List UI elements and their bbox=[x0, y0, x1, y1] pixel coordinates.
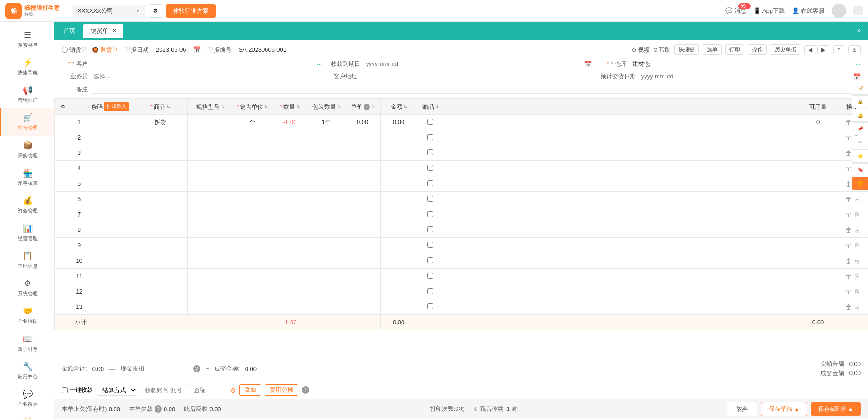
app-download-link[interactable]: 📱 App下载 bbox=[753, 7, 785, 15]
cell-gift[interactable] bbox=[417, 299, 444, 315]
discard-button[interactable]: 放弃 bbox=[727, 402, 757, 416]
cell-pkg-qty[interactable] bbox=[308, 253, 344, 269]
amount-input[interactable] bbox=[190, 385, 226, 395]
cell-barcode[interactable] bbox=[87, 207, 133, 222]
copy-row-icon[interactable]: ⎘ bbox=[855, 196, 858, 203]
cell-spec[interactable] bbox=[188, 269, 233, 284]
cell-price[interactable] bbox=[344, 238, 381, 253]
cell-gift[interactable] bbox=[417, 269, 444, 284]
remark-input[interactable] bbox=[91, 85, 861, 94]
cell-amount[interactable] bbox=[381, 176, 417, 192]
delete-row-icon[interactable]: 🗑 bbox=[845, 242, 852, 249]
cell-pkg-qty[interactable] bbox=[308, 222, 344, 238]
cell-gift[interactable] bbox=[417, 238, 444, 253]
delete-row-icon[interactable]: 🗑 bbox=[845, 257, 852, 265]
cell-pkg-qty[interactable] bbox=[308, 161, 344, 176]
sidebar-item-企业协同[interactable]: 🤝企业协同 bbox=[0, 302, 54, 329]
customer-addr-dots-icon[interactable]: ··· bbox=[586, 73, 592, 80]
cell-amount[interactable] bbox=[381, 192, 417, 207]
cell-goods[interactable] bbox=[133, 130, 188, 145]
company-selector[interactable]: XXXXXX公司 ▼ bbox=[73, 5, 145, 17]
sidebar-item-营销推广[interactable]: 📢营销推广 bbox=[0, 81, 54, 108]
cell-price[interactable] bbox=[344, 253, 381, 269]
cell-price[interactable] bbox=[344, 222, 381, 238]
warehouse-input[interactable] bbox=[630, 59, 852, 68]
copy-row-icon[interactable]: ⎘ bbox=[855, 288, 858, 295]
cell-gift[interactable] bbox=[417, 145, 444, 161]
th-settings[interactable]: ⚙ bbox=[55, 99, 71, 115]
cell-barcode[interactable] bbox=[87, 222, 133, 238]
next-btn[interactable]: ▶ bbox=[817, 45, 829, 54]
copy-row-icon[interactable]: ⎘ bbox=[855, 257, 858, 265]
delete-row-icon[interactable]: 🗑 bbox=[845, 288, 852, 295]
float-btn-lock[interactable]: 🔒 bbox=[852, 95, 868, 108]
customer-dots-icon[interactable]: ··· bbox=[317, 60, 322, 67]
delete-row-icon[interactable]: 🗑 bbox=[845, 211, 852, 218]
cell-spec[interactable] bbox=[188, 284, 233, 299]
cell-barcode[interactable] bbox=[87, 269, 133, 284]
cell-unit[interactable] bbox=[233, 192, 272, 207]
cell-qty[interactable] bbox=[272, 222, 308, 238]
cell-pkg-qty[interactable] bbox=[308, 238, 344, 253]
cell-qty[interactable] bbox=[272, 238, 308, 253]
save-new-button[interactable]: 保存&新增 ▲ bbox=[811, 402, 861, 416]
float-btn-notes[interactable]: 📝 bbox=[852, 82, 868, 95]
video-link[interactable]: ⊙ 视频 bbox=[632, 46, 650, 54]
cell-spec[interactable] bbox=[188, 115, 233, 130]
cell-qty[interactable] bbox=[272, 207, 308, 222]
cell-gift[interactable] bbox=[417, 161, 444, 176]
cell-spec[interactable] bbox=[188, 299, 233, 315]
cell-unit[interactable] bbox=[233, 299, 272, 315]
cell-goods[interactable] bbox=[133, 253, 188, 269]
pay-method-select[interactable]: 结算方式 bbox=[97, 385, 137, 396]
radio-return-order[interactable]: 退货单 bbox=[92, 46, 118, 54]
sidebar-item-资金管理[interactable]: 💰资金管理 bbox=[0, 191, 54, 219]
delete-row-icon[interactable]: 🗑 bbox=[845, 119, 852, 126]
delete-row-icon[interactable]: 🗑 bbox=[845, 273, 852, 280]
cell-pkg-qty[interactable] bbox=[308, 284, 344, 299]
cell-pkg-qty[interactable]: 1个 bbox=[308, 115, 344, 130]
cell-price[interactable] bbox=[344, 269, 381, 284]
tab-home[interactable]: 首页 bbox=[56, 24, 82, 38]
cell-spec[interactable] bbox=[188, 176, 233, 192]
cell-gift[interactable] bbox=[417, 222, 444, 238]
cell-qty[interactable] bbox=[272, 130, 308, 145]
cell-pkg-qty[interactable] bbox=[308, 176, 344, 192]
cell-gift[interactable] bbox=[417, 207, 444, 222]
cell-barcode[interactable] bbox=[87, 238, 133, 253]
settings-gear-icon[interactable]: ⚙ bbox=[149, 4, 162, 18]
sidebar-item-快捷导航[interactable]: ⚡快捷导航 bbox=[0, 53, 54, 81]
copy-row-icon[interactable]: ⎘ bbox=[855, 303, 858, 311]
customer-input[interactable] bbox=[91, 59, 313, 68]
shortcut-btn[interactable]: 快捷键 bbox=[674, 44, 699, 55]
cell-barcode[interactable] bbox=[87, 115, 133, 130]
owe-help-icon[interactable]: ? bbox=[155, 405, 162, 413]
sidebar-item-新手引导[interactable]: 📖新手引导 bbox=[0, 329, 54, 357]
delete-row-icon[interactable]: 🗑 bbox=[845, 149, 852, 157]
cell-amount[interactable] bbox=[381, 207, 417, 222]
message-icon[interactable]: 💬 消息 99+ bbox=[725, 7, 746, 15]
sidebar-item-畅会员[interactable]: 👑畅会员 bbox=[0, 412, 54, 419]
customer-addr-input[interactable] bbox=[360, 72, 582, 81]
cell-unit[interactable]: 个 bbox=[233, 115, 272, 130]
sidebar-item-销售管理[interactable]: 🛒销售管理 bbox=[0, 108, 54, 136]
cell-unit[interactable] bbox=[233, 161, 272, 176]
cell-price[interactable] bbox=[344, 207, 381, 222]
cell-amount[interactable] bbox=[381, 269, 417, 284]
cell-spec[interactable] bbox=[188, 192, 233, 207]
cell-unit[interactable] bbox=[233, 253, 272, 269]
salesperson-input[interactable] bbox=[91, 72, 313, 81]
online-service-link[interactable]: 👤 在线客服 bbox=[792, 7, 824, 15]
user-menu-icon[interactable] bbox=[853, 6, 863, 15]
cell-barcode[interactable] bbox=[87, 145, 133, 161]
cell-qty[interactable]: -1.00 bbox=[272, 115, 308, 130]
cell-barcode[interactable] bbox=[87, 130, 133, 145]
cell-amount[interactable] bbox=[381, 222, 417, 238]
cell-amount[interactable] bbox=[381, 130, 417, 145]
cell-price[interactable] bbox=[344, 299, 381, 315]
cell-goods[interactable] bbox=[133, 176, 188, 192]
cell-spec[interactable] bbox=[188, 222, 233, 238]
cell-spec[interactable] bbox=[188, 207, 233, 222]
cell-qty[interactable] bbox=[272, 192, 308, 207]
cell-qty[interactable] bbox=[272, 253, 308, 269]
